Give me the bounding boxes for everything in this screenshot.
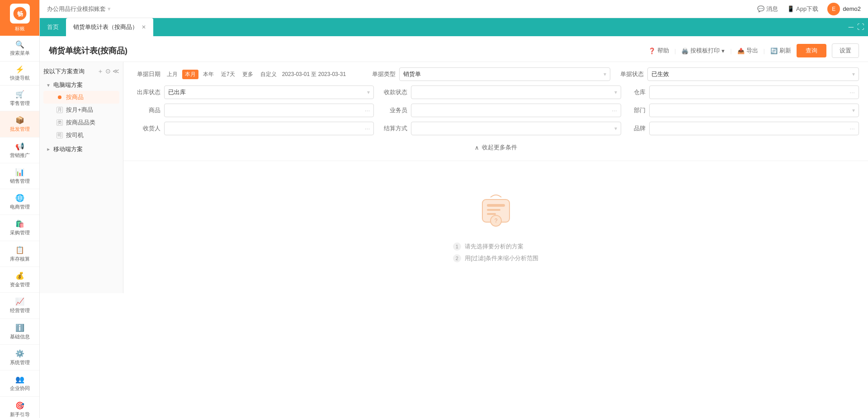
filter-area: 单据日期 上月 本月 本年 近7天 更多 自定义 2023-03-01 至 20… — [123, 62, 868, 161]
settings-button[interactable]: 设置 — [832, 43, 859, 58]
left-panel-header: 按以下方案查询 ＋ ⊙ ≪ — [43, 67, 119, 76]
export-icon: 📤 — [737, 48, 745, 54]
out-input[interactable]: 已出库 ▾ — [164, 86, 374, 99]
scheme-item-category-label: 按商品品类 — [66, 119, 95, 127]
shortcut-last-7-days[interactable]: 近7天 — [218, 70, 238, 79]
basic-label: 基础信息 — [10, 333, 30, 340]
divider1: | — [675, 48, 676, 54]
svg-text:?: ? — [494, 218, 497, 224]
tab-home[interactable]: 首页 — [40, 18, 66, 36]
sidebar-search[interactable]: 🔍 搜索菜单 — [0, 36, 39, 62]
search-icon: 🔍 — [15, 40, 24, 49]
nav-label: 快捷导航 — [10, 75, 30, 81]
shortcut-this-year[interactable]: 本年 — [200, 70, 217, 79]
sidebar-item-ecommerce[interactable]: 🌐 电商管理 — [0, 189, 39, 215]
tab-maximize-icon[interactable]: ⛶ — [857, 23, 864, 31]
staff-input[interactable]: ··· — [411, 104, 621, 117]
scheme-item-by-driver[interactable]: 司 按司机 — [43, 129, 119, 142]
settle-input[interactable]: ▾ — [411, 122, 621, 135]
edit-scheme-icon[interactable]: ⊙ — [105, 67, 111, 76]
print-icon: 🖨️ — [681, 48, 689, 54]
filter-row-3: 商品 ··· 业务员 ··· 部门 ▾ — [132, 104, 859, 117]
sidebar-item-system[interactable]: ⚙️ 系统管理 — [0, 345, 39, 370]
receiver-input[interactable]: ··· — [164, 122, 374, 135]
export-label: 导出 — [746, 47, 758, 55]
shortcut-this-month[interactable]: 本月 — [182, 70, 198, 79]
refresh-btn[interactable]: 🔄 刷新 — [770, 47, 791, 55]
system-icon: ⚙️ — [15, 349, 24, 358]
svg-text:畅: 畅 — [17, 10, 23, 17]
app-download-btn[interactable]: 📱 App下载 — [787, 5, 818, 13]
shortcut-more[interactable]: 更多 — [240, 70, 256, 79]
app-label: App下载 — [796, 5, 818, 13]
sidebar-item-marketing[interactable]: 📢 营销推广 — [0, 138, 39, 163]
type-label: 单据类型 — [368, 70, 399, 78]
sidebar-item-wholesale[interactable]: 📦 批发管理 — [0, 111, 39, 137]
dept-input[interactable]: ▾ — [649, 104, 859, 117]
type-input[interactable]: 销货单 ▾ — [399, 67, 611, 81]
sidebar-logo[interactable]: 畅 标账 — [0, 0, 39, 36]
pay-input[interactable]: ▾ — [411, 86, 621, 99]
sidebar-menu: 🛒 零售管理 📦 批发管理 📢 营销推广 📊 销售管理 🌐 电商管理 🛍️ 采购… — [0, 86, 39, 418]
sidebar-item-purchase[interactable]: 🛍️ 采购管理 — [0, 215, 39, 241]
inventory-icon: 📋 — [15, 246, 24, 254]
scheme-group-mobile-header[interactable]: ▼ 移动端方案 — [43, 143, 119, 155]
empty-state: ? 1 请先选择要分析的方案 2 用[过滤]条件来缩小分析范围 — [123, 161, 868, 293]
scheme-active-icon — [56, 94, 63, 101]
add-scheme-icon[interactable]: ＋ — [97, 67, 104, 76]
group-arrow-icon: ▼ — [46, 83, 51, 88]
shortcut-last-month[interactable]: 上月 — [164, 70, 180, 79]
sidebar-item-basic[interactable]: ℹ️ 基础信息 — [0, 319, 39, 345]
logo-text: 标账 — [15, 25, 25, 32]
collapse-panel-icon[interactable]: ≪ — [113, 67, 119, 76]
receiver-dots-icon: ··· — [365, 125, 370, 132]
settle-dropdown-icon: ▾ — [614, 125, 617, 132]
shortcut-custom[interactable]: 自定义 — [258, 70, 279, 79]
warehouse-dots-icon: ··· — [849, 89, 855, 96]
collapse-btn[interactable]: ∧ 收起更多条件 — [132, 140, 859, 155]
sidebar-item-operation[interactable]: 📈 经营管理 — [0, 293, 39, 318]
divider3: | — [764, 48, 765, 54]
warehouse-input[interactable]: ··· — [649, 86, 859, 99]
query-button[interactable]: 查询 — [797, 44, 826, 57]
date-range-display: 2023-03-01 至 2023-03-31 — [282, 71, 346, 78]
scheme-group-desktop-header[interactable]: ▼ 电脑端方案 — [43, 79, 119, 91]
status-input[interactable]: 已生效 ▾ — [647, 67, 859, 81]
sidebar-item-collab[interactable]: 👥 企业协同 — [0, 370, 39, 396]
scheme-sq2-icon: 类 — [56, 119, 63, 126]
purchase-icon: 🛍️ — [15, 219, 24, 228]
scheme-item-by-month-goods[interactable]: 月 按月+商品 — [43, 104, 119, 116]
sidebar-item-newbie[interactable]: 🎯 新手引导 — [0, 397, 39, 418]
scheme-group-mobile: ▼ 移动端方案 — [43, 143, 119, 155]
sidebar-item-retail[interactable]: 🛒 零售管理 — [0, 86, 39, 111]
sales-icon: 📊 — [15, 168, 24, 176]
staff-label: 业务员 — [379, 106, 411, 114]
print-btn[interactable]: 🖨️ 按模板打印 ▾ — [681, 47, 725, 55]
help-btn[interactable]: ❓ 帮助 — [648, 47, 669, 55]
finance-icon: 💰 — [15, 271, 24, 280]
app-icon: 📱 — [787, 5, 794, 12]
scheme-group-desktop: ▼ 电脑端方案 按商品 月 按月+商品 — [43, 79, 119, 142]
sidebar-item-sales[interactable]: 📊 销售管理 — [0, 163, 39, 189]
tab-bar: 首页 销货单统计表（按商品） ✕ ─ ⛶ — [40, 18, 868, 36]
scheme-item-by-category[interactable]: 类 按商品品类 — [43, 116, 119, 129]
sidebar-nav[interactable]: ⚡ 快捷导航 — [0, 62, 39, 86]
msg-icon: 💬 — [757, 5, 764, 12]
user-profile[interactable]: E demo2 — [827, 3, 861, 15]
tab-close-icon[interactable]: ✕ — [142, 24, 146, 30]
export-btn[interactable]: 📤 导出 — [737, 47, 758, 55]
goods-input[interactable]: ··· — [164, 104, 374, 117]
sidebar-item-finance[interactable]: 💰 资金管理 — [0, 267, 39, 293]
messages-btn[interactable]: 💬 消息 — [757, 5, 778, 13]
tab-sales-stats[interactable]: 销货单统计表（按商品） ✕ — [66, 18, 153, 36]
scheme-item-by-goods[interactable]: 按商品 — [43, 91, 119, 104]
tab-minimize-icon[interactable]: ─ — [849, 23, 854, 31]
pay-label: 收款状态 — [379, 88, 411, 96]
sidebar-item-inventory[interactable]: 📋 库存核算 — [0, 241, 39, 267]
marketing-label: 营销推广 — [10, 152, 30, 158]
help-label: 帮助 — [657, 47, 669, 55]
right-panel: 单据日期 上月 本月 本年 近7天 更多 自定义 2023-03-01 至 20… — [123, 62, 868, 293]
wholesale-icon: 📦 — [15, 116, 24, 124]
brand-input[interactable]: ··· — [649, 122, 859, 135]
step-1-num: 1 — [453, 242, 461, 251]
